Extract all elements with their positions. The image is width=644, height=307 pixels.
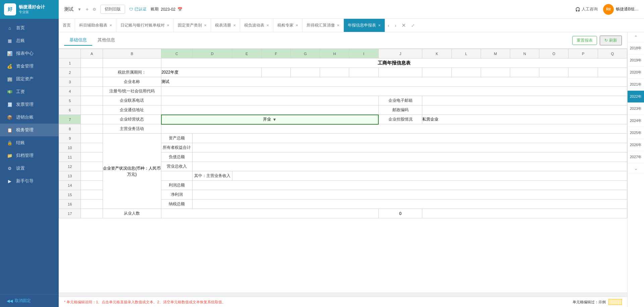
sidebar-item-invoice[interactable]: 🧾 发票管理 [0, 98, 59, 111]
spreadsheet-container[interactable]: A B C D E F G H I J K L M [59, 49, 627, 293]
tab-tax-fluctuation[interactable]: 税负波动表 ✕ [240, 19, 273, 32]
cell-17b[interactable]: 从业人数 [103, 209, 161, 218]
calendar-icon[interactable]: 📅 [177, 7, 182, 12]
refresh-button[interactable]: ↻ 刷新 [600, 36, 622, 45]
cell-13d[interactable]: 其中：主营业务收入 [192, 171, 232, 181]
col-header-p[interactable]: P [569, 49, 598, 58]
cell-4a[interactable] [81, 87, 103, 96]
cell-2j[interactable] [378, 68, 422, 77]
cell-15d[interactable] [192, 190, 627, 200]
sidebar-item-tax[interactable]: 📋 税务管理 [0, 124, 59, 136]
cell-1a[interactable] [81, 58, 103, 68]
tab-expand-button[interactable]: ⤢ [409, 19, 417, 32]
switch-version-button[interactable]: 切到旧版 [100, 5, 125, 14]
year-up-button[interactable]: ⌃ [628, 32, 644, 42]
cell-2o[interactable] [539, 68, 569, 77]
cell-17j[interactable]: 0 [378, 209, 422, 218]
cell-17c[interactable] [161, 209, 378, 218]
cell-16d[interactable] [192, 200, 627, 209]
tab-aux-balance[interactable]: 科目辅助余额表 ✕ [75, 19, 116, 32]
col-header-b[interactable]: B [103, 49, 161, 58]
sidebar-item-guide[interactable]: ▶ 新手引导 [0, 175, 59, 187]
cell-10c[interactable]: 所有者权益合计 [161, 143, 193, 152]
cell-9c[interactable]: 资产总额 [161, 134, 193, 143]
horizontal-scrollbar[interactable] [59, 293, 627, 297]
cell-3c[interactable]: 测试 [161, 77, 627, 87]
cell-2n[interactable] [510, 68, 539, 77]
year-2019[interactable]: 2019年 [628, 54, 644, 67]
tab-close-icon[interactable]: ✕ [296, 24, 298, 27]
year-2025[interactable]: 2025年 [628, 127, 644, 139]
cell-3a[interactable] [81, 77, 103, 87]
cell-5a[interactable] [81, 96, 103, 105]
tab-journal[interactable]: 日记账与银行对账单核对 ✕ [116, 19, 174, 32]
col-header-i[interactable]: I [349, 49, 378, 58]
cell-2f[interactable] [261, 68, 290, 77]
cell-9d[interactable] [192, 134, 627, 143]
sidebar-item-close[interactable]: 🔒 结账 [0, 136, 59, 149]
col-header-e[interactable]: E [232, 49, 261, 58]
col-header-d[interactable]: D [192, 49, 232, 58]
cell-11a[interactable] [81, 152, 103, 162]
cell-13a[interactable] [81, 171, 103, 181]
cell-16c[interactable]: 纳税总额 [161, 200, 193, 209]
cell-4b[interactable]: 注册号/统一社会信用代码 [103, 87, 161, 96]
cell-7c-dropdown[interactable]: 开业 ▼ [161, 115, 378, 124]
cell-5j[interactable]: 企业电子邮箱 [378, 96, 422, 105]
sidebar-item-archive[interactable]: 📁 归档管理 [0, 149, 59, 162]
col-header-h[interactable]: H [320, 49, 349, 58]
cell-14d[interactable] [192, 181, 627, 190]
tab-close-icon[interactable]: ✕ [337, 24, 339, 27]
cell-11c[interactable]: 负债总额 [161, 152, 193, 162]
year-2021[interactable]: 2021年 [628, 79, 644, 91]
cell-15a[interactable] [81, 190, 103, 200]
tab-tax-expert[interactable]: 税检专家 ✕ [273, 19, 303, 32]
cell-5b[interactable]: 企业联系电话 [103, 96, 161, 105]
year-2024[interactable]: 2024年 [628, 115, 644, 127]
tab-income-tax[interactable]: 所得税汇算清缴 ✕ [303, 19, 344, 32]
sidebar-item-report[interactable]: 📊 报表中心 [0, 47, 59, 60]
tab-close-icon[interactable]: ✕ [378, 24, 381, 27]
sidebar-item-settings[interactable]: ⚙ 设置 [0, 162, 59, 175]
cell-5c[interactable] [161, 96, 378, 105]
tab-next-button[interactable]: › [392, 19, 399, 32]
cell-8b[interactable]: 主营业务活动 [103, 124, 161, 134]
year-2018[interactable]: 2018年 [628, 42, 644, 54]
cell-2i[interactable] [349, 68, 378, 77]
cell-3b[interactable]: 企业名称 [103, 77, 161, 87]
tab-home[interactable]: 首页 [59, 19, 75, 32]
cell-2g[interactable] [291, 68, 320, 77]
cell-14c[interactable]: 利润总额 [161, 181, 193, 190]
topbar-dropdown-arrow[interactable]: ▼ [77, 7, 82, 12]
cell-16a[interactable] [81, 200, 103, 209]
cell-8a[interactable] [81, 124, 103, 134]
col-header-a[interactable]: A [81, 49, 103, 58]
cell-2b[interactable]: 税款所属期间： [103, 68, 161, 77]
tab-close-icon[interactable]: ✕ [233, 24, 236, 27]
cell-14a[interactable] [81, 181, 103, 190]
cell-2c[interactable]: 2022年度 [161, 68, 262, 77]
tab-close-all-button[interactable]: ✕ [399, 19, 409, 32]
cell-2h[interactable] [320, 68, 349, 77]
tab-prev-button[interactable]: ‹ [385, 19, 392, 32]
col-header-m[interactable]: M [481, 49, 510, 58]
col-header-f[interactable]: F [261, 49, 290, 58]
tab-close-icon[interactable]: ✕ [266, 24, 269, 27]
cell-9b[interactable]: 企业资产状况信息(币种：人民币万元) [103, 134, 161, 209]
reset-report-button[interactable]: 重置报表 [572, 36, 597, 45]
cell-2m[interactable] [481, 68, 510, 77]
cell-2a[interactable] [81, 68, 103, 77]
sidebar-item-stock[interactable]: 📦 进销台账 [0, 111, 59, 124]
col-header-o[interactable]: O [539, 49, 569, 58]
cell-8c[interactable] [161, 124, 627, 134]
sidebar-item-fund[interactable]: 💰 资金管理 [0, 60, 59, 73]
cell-7k[interactable]: 私营企业 [422, 115, 627, 124]
sidebar-item-salary[interactable]: 💵 工资 [0, 85, 59, 98]
cell-5k[interactable] [422, 96, 627, 105]
tab-annual-report[interactable]: 年报信息申报表 ✕ [344, 19, 385, 32]
cell-7b[interactable]: 企业经营状态 [103, 115, 161, 124]
dropdown-arrow-icon[interactable]: ▼ [272, 117, 276, 122]
tab-close-icon[interactable]: ✕ [109, 24, 112, 27]
cell-6k[interactable] [422, 105, 627, 115]
user-menu[interactable]: Rit 畅捷通B组… [603, 4, 639, 15]
